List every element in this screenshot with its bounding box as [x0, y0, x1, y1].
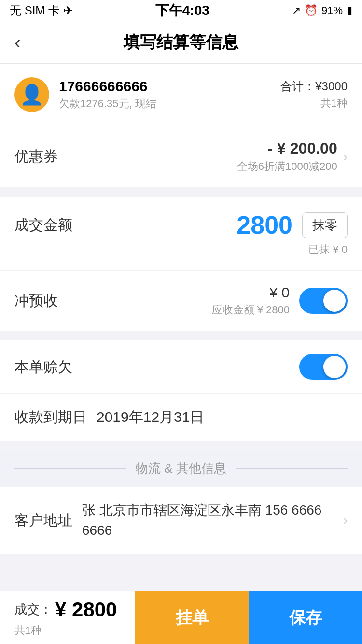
deal-amount-label: 成交金额 [14, 215, 72, 235]
user-info-row: 👤 17666666666 欠款1276.35元, 现结 合计：¥3000 共1… [0, 64, 362, 126]
hold-button[interactable]: 挂单 [135, 591, 249, 644]
footer-deal-amount: ¥ 2800 [55, 598, 117, 621]
footer-info: 成交： ¥ 2800 共1种 [0, 598, 135, 638]
address-label: 客户地址 [14, 511, 72, 531]
section-gap-1 [0, 187, 362, 197]
address-chevron-icon: › [343, 513, 348, 528]
prepay-label: 冲预收 [14, 291, 58, 311]
prepay-toggle[interactable] [299, 288, 348, 314]
total-count: 共1种 [280, 96, 348, 111]
debt-label: 本单赊欠 [14, 357, 72, 377]
coupon-label: 优惠券 [14, 147, 58, 167]
prepay-value-area: ¥ 0 应收金额 ¥ 2800 [212, 284, 290, 317]
footer-deal-label: 成交： [14, 601, 52, 618]
footer: 成交： ¥ 2800 共1种 挂单 保存 [0, 591, 362, 644]
nav-bar: ‹ 填写结算等信息 [0, 21, 362, 64]
avatar-icon: 👤 [20, 84, 44, 106]
duedate-label: 收款到期日 [14, 407, 87, 427]
status-bar: 无 SIM 卡 ✈ 下午4:03 ↗ ⏰ 91% ▮ [0, 0, 362, 21]
location-icon: ↗ [292, 4, 301, 17]
divider-line-right [236, 468, 348, 469]
status-bar-left: 无 SIM 卡 ✈ [10, 3, 73, 18]
user-info-right: 合计：¥3000 共1种 [280, 79, 348, 111]
duedate-value: 2019年12月31日 [97, 407, 204, 427]
page-title: 填写结算等信息 [124, 31, 238, 54]
coupon-chevron-icon: › [343, 149, 348, 165]
back-button[interactable]: ‹ [14, 33, 21, 52]
deal-amount-value-area: 2800 抹零 [237, 210, 348, 239]
deal-amount-sub: 已抹 ¥ 0 [14, 242, 348, 257]
address-value: 张 北京市市辖区海淀区永丰南 156 6666 6666 [82, 500, 343, 541]
round-button[interactable]: 抹零 [302, 212, 348, 238]
total-label: 合计：¥3000 [280, 79, 348, 94]
user-info-text: 17666666666 欠款1276.35元, 现结 [59, 78, 156, 111]
avatar: 👤 [14, 77, 49, 112]
deal-amount-value: 2800 [237, 210, 292, 239]
battery-level: 91% [321, 4, 343, 17]
deal-amount-row: 成交金额 2800 抹零 [14, 210, 348, 239]
status-bar-time: 下午4:03 [155, 1, 209, 20]
prepay-section: 冲预收 ¥ 0 应收金额 ¥ 2800 [0, 271, 362, 331]
user-info-card: 👤 17666666666 欠款1276.35元, 现结 合计：¥3000 共1… [0, 64, 362, 187]
user-phone: 17666666666 [59, 78, 156, 95]
coupon-amount: - ¥ 200.00 [237, 140, 337, 157]
footer-deal-row: 成交： ¥ 2800 [14, 598, 121, 621]
section-gap-2 [0, 331, 362, 340]
prepay-row: 冲预收 ¥ 0 应收金额 ¥ 2800 [14, 284, 348, 317]
address-section[interactable]: 客户地址 张 北京市市辖区海淀区永丰南 156 6666 6666 › [0, 487, 362, 554]
footer-deal-count: 共1种 [14, 623, 121, 638]
divider-line-left [14, 468, 126, 469]
section-gap-3 [0, 441, 362, 450]
coupon-right: - ¥ 200.00 全场6折满1000减200 › [237, 140, 348, 174]
user-debt: 欠款1276.35元, 现结 [59, 97, 156, 111]
logistics-divider: 物流 & 其他信息 [0, 450, 362, 487]
sim-status: 无 SIM 卡 ✈ [10, 3, 73, 18]
alarm-icon: ⏰ [305, 4, 318, 17]
battery-icon: ▮ [347, 4, 352, 17]
coupon-row[interactable]: 优惠券 - ¥ 200.00 全场6折满1000减200 › [0, 126, 362, 187]
deal-amount-section: 成交金额 2800 抹零 已抹 ¥ 0 [0, 197, 362, 271]
duedate-section: 收款到期日 2019年12月31日 [0, 393, 362, 441]
debt-section: 本单赊欠 [0, 340, 362, 393]
status-bar-right: ↗ ⏰ 91% ▮ [292, 4, 352, 17]
prepay-right: ¥ 0 应收金额 ¥ 2800 [212, 284, 348, 317]
save-button[interactable]: 保存 [249, 591, 362, 644]
logistics-divider-text: 物流 & 其他信息 [136, 460, 226, 477]
user-info-left: 👤 17666666666 欠款1276.35元, 现结 [14, 77, 156, 112]
prepay-desc: 应收金额 ¥ 2800 [212, 303, 290, 317]
coupon-desc: 全场6折满1000减200 [237, 159, 337, 174]
prepay-amount: ¥ 0 [212, 284, 290, 301]
debt-toggle[interactable] [299, 354, 348, 380]
duedate-row: 收款到期日 2019年12月31日 [14, 407, 348, 427]
